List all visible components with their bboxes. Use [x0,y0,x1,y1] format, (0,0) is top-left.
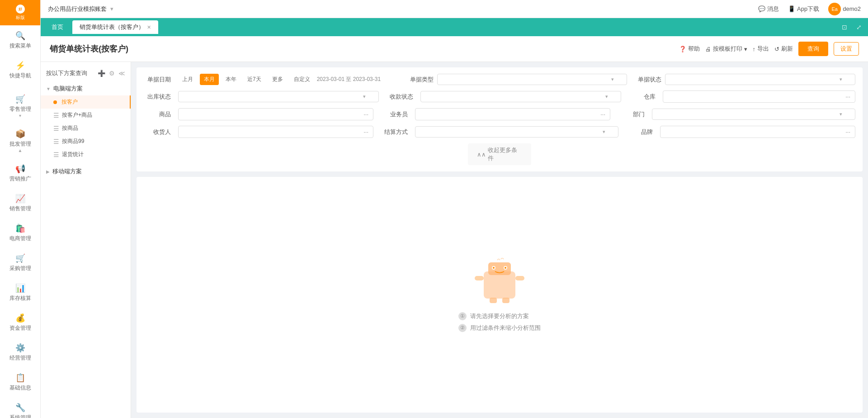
sidebar-item-sales[interactable]: 📈 销售管理 [0,188,40,218]
add-scheme-btn[interactable]: ➕ [98,70,105,77]
date-7days[interactable]: 近7天 [243,74,265,85]
return-stats-label: 退货统计 [62,151,84,158]
brand-select[interactable]: ··· [660,126,855,138]
basic-info-icon: 📋 [15,373,25,383]
date-last-month[interactable]: 上月 [178,74,197,85]
hint-text-2: 用过滤条件来缩小分析范围 [470,324,541,332]
template-print-btn[interactable]: 🖨 按模板打印 ▾ [705,45,747,53]
date-more[interactable]: 更多 [268,74,287,85]
sidebar-item-system[interactable]: 🔧 系统管理 [0,397,40,418]
product-select[interactable]: ··· [178,108,373,120]
department-label: 部门 [618,110,645,119]
message-btn[interactable]: 💬 消息 [758,5,779,13]
tree-item-return-stats[interactable]: ☰ 退货统计 [41,148,131,161]
desktop-section-header[interactable]: ▼ 电脑端方案 [41,82,131,95]
date-range-display: 2023-03-01 至 2023-03-31 [317,76,381,83]
tab-home[interactable]: 首页 [44,20,71,34]
tabbar: 首页 销货单统计表（按客户） ✕ ⊡ ⤢ [41,18,868,36]
topbar-right: 💬 消息 📱 App下载 Ea demo2 [758,3,861,15]
order-status-label: 单据状态 [634,76,661,84]
salesperson-select[interactable]: ··· [415,108,610,120]
sidebar-item-inventory[interactable]: 📊 库存核算 [0,278,40,308]
out-status-select[interactable]: ▾ [178,91,379,102]
tree-item-by-product-99[interactable]: ☰ 按商品99 [41,135,131,148]
svg-rect-2 [484,271,515,299]
empty-hint: ① 请先选择要分析的方案 ② 用过滤条件来缩小分析范围 [458,312,541,332]
by-product-label: 按商品 [62,124,78,132]
sidebar-item-ecommerce[interactable]: 🛍️ 电商管理 [0,218,40,248]
sidebar-item-wholesale[interactable]: 📦 批发管理 ▲ [0,124,40,158]
sidebar-item-quick-nav[interactable]: ⚡ 快捷导航 [0,55,40,85]
query-button[interactable]: 查询 [798,42,828,56]
date-this-month[interactable]: 本月 [200,74,219,85]
settings-button[interactable]: 设置 [834,42,859,56]
empty-svg [472,258,527,303]
tab-close-btn[interactable]: ✕ [147,24,151,30]
date-label: 单据日期 [144,76,171,84]
account-name[interactable]: 办公用品行业模拟账套 [48,5,107,13]
tree-item-by-customer-product[interactable]: ☰ 按客户+商品 [41,109,131,122]
order-status-select[interactable]: ▾ [665,74,855,85]
by-product-99-label: 按商品99 [62,138,84,145]
sidebar-item-purchase[interactable]: 🛒 采购管理 [0,248,40,278]
export-btn[interactable]: ↑ 导出 [753,45,769,53]
export-icon: ↑ [753,46,756,52]
avatar: Ea [828,3,841,15]
svg-rect-10 [490,298,497,303]
main-area: 办公用品行业模拟账套 ▾ 💬 消息 📱 App下载 Ea demo2 首页 销货… [41,0,868,418]
warehouse-select[interactable]: ··· [663,90,855,103]
collapse-panel-btn[interactable]: ≪ [118,70,125,77]
date-custom[interactable]: 自定义 [290,74,314,85]
svg-rect-8 [475,276,484,280]
out-status-label: 出库状态 [144,93,171,101]
dropdown-icon[interactable]: ▾ [110,5,113,12]
desktop-section: ▼ 电脑端方案 按客户 ☰ 按客户+商品 ☰ 按商品 [41,80,131,163]
refresh-btn[interactable]: ↺ 刷新 [774,45,793,53]
logo-icon: 好 [12,5,28,14]
receipt-status-select[interactable]: ▾ [420,91,621,102]
left-panel-header: 按以下方案查询 ➕ ⚙ ≪ [41,66,131,80]
logo[interactable]: 好 标版 [0,0,40,25]
help-btn[interactable]: ❓ 帮助 [679,45,700,53]
sidebar-item-finance[interactable]: 💰 资金管理 [0,308,40,337]
tree-item-by-customer[interactable]: 按客户 [41,95,131,109]
purchase-icon: 🛒 [15,253,25,263]
app-download-btn[interactable]: 📱 App下载 [788,5,819,13]
user-area[interactable]: Ea demo2 [828,3,861,15]
sidebar-item-basic-info[interactable]: 📋 基础信息 [0,367,40,397]
settlement-label: 结算方式 [381,128,408,136]
brand-dots: ··· [845,128,850,135]
tree-item-by-product[interactable]: ☰ 按商品 [41,122,131,135]
tab-sales-report[interactable]: 销货单统计表（按客户） ✕ [72,20,158,34]
sidebar-item-search-menu[interactable]: 🔍 搜索菜单 [0,25,40,55]
order-type-select[interactable]: ▾ [437,74,627,85]
receiver-select[interactable]: ··· [178,126,373,138]
body-layout: 按以下方案查询 ➕ ⚙ ≪ ▼ 电脑端方案 按客户 [41,62,868,418]
lightning-icon: ⚡ [15,61,25,71]
inventory-icon: 📊 [15,283,25,293]
department-select[interactable]: ▾ [652,109,855,120]
order-type-arrow: ▾ [611,76,614,82]
receiver-label: 收货人 [144,128,171,136]
collapse-btn[interactable]: ∧∧ 收起更多条件 [468,143,531,165]
page-actions: ❓ 帮助 🖨 按模板打印 ▾ ↑ 导出 ↺ 刷新 查询 设置 [679,42,859,56]
edit-scheme-btn[interactable]: ⚙ [109,70,115,77]
maximize-btn[interactable]: ⤢ [854,22,864,33]
settlement-select[interactable]: ▾ [415,126,618,138]
wholesale-icon: 📦 [15,129,25,139]
settlement-arrow: ▾ [603,129,605,135]
message-icon: 💬 [758,5,765,12]
sidebar-item-marketing[interactable]: 📢 营销推广 [0,158,40,188]
mobile-section-header[interactable]: ▶ 移动端方案 [41,165,131,178]
item-icon-3: ☰ [53,138,59,145]
date-this-year[interactable]: 本年 [222,74,241,85]
system-icon: 🔧 [15,403,25,413]
sidebar-item-retail[interactable]: 🛒 零售管理 ▾ [0,89,40,124]
minimize-btn[interactable]: ⊡ [839,22,850,33]
sidebar-item-operations[interactable]: ⚙️ 经营管理 [0,337,40,367]
topbar: 办公用品行业模拟账套 ▾ 💬 消息 📱 App下载 Ea demo2 [41,0,868,18]
logo-subtitle: 标版 [16,14,25,21]
mobile-section: ▶ 移动端方案 [41,163,131,180]
active-indicator [53,100,57,104]
order-type-col: 单据类型 ▾ [406,74,627,85]
